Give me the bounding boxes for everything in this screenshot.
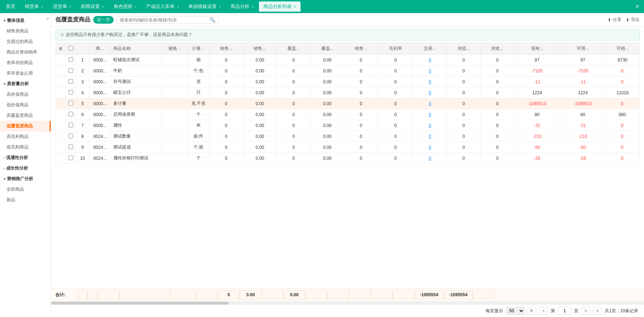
- row-checkbox-cell[interactable]: [66, 142, 76, 153]
- export-button[interactable]: ⬇ 导出: [626, 17, 640, 23]
- next-page-button[interactable]: >: [581, 307, 590, 315]
- th-spec[interactable]: 规格...: [162, 43, 188, 55]
- close-all-tabs[interactable]: ×: [632, 3, 643, 10]
- share-button[interactable]: ⬆ 分享: [608, 17, 621, 23]
- th-sales-amt[interactable]: 销售...: [243, 43, 277, 55]
- close-templates-tab[interactable]: ×: [219, 5, 221, 9]
- tab-roles[interactable]: 角色授权 ×: [109, 1, 141, 12]
- search-input[interactable]: [120, 17, 209, 23]
- row-checkbox[interactable]: [68, 155, 73, 160]
- sidebar-item-sales-goods[interactable]: 销售类商品: [0, 26, 51, 36]
- close-purchase-tab[interactable]: ×: [69, 5, 71, 9]
- sidebar-item-goods-turnover[interactable]: 商品分类动销率: [0, 47, 51, 58]
- row-checkbox[interactable]: [68, 101, 73, 106]
- row-transaction[interactable]: 0: [413, 131, 447, 142]
- close-permissions-tab[interactable]: ×: [102, 5, 104, 9]
- row-transaction[interactable]: 0: [413, 120, 447, 131]
- tab-analysis[interactable]: 商品分析 ×: [226, 1, 258, 12]
- row-checkbox-cell[interactable]: [66, 87, 76, 98]
- page-number-input[interactable]: [558, 307, 571, 315]
- row-transaction[interactable]: 0: [413, 98, 447, 109]
- row-transaction[interactable]: 0: [413, 142, 447, 153]
- row-transaction[interactable]: 0: [413, 87, 447, 98]
- sidebar-section-overall[interactable]: ▾ 整体信息: [0, 15, 51, 26]
- th-available[interactable]: 可用...: [560, 43, 606, 55]
- sidebar-item-traded-goods[interactable]: 交易过的商品: [0, 36, 51, 47]
- row-checkbox[interactable]: [68, 144, 73, 149]
- close-roles-tab[interactable]: ×: [135, 5, 137, 9]
- th-gross-margin[interactable]: 毛利率: [378, 43, 413, 55]
- row-checkbox-cell[interactable]: [66, 98, 76, 109]
- first-page-button[interactable]: K: [527, 307, 536, 315]
- sidebar-item-stock-capital[interactable]: 库存资金占用: [0, 68, 51, 79]
- close-analysis-tab[interactable]: ×: [252, 5, 254, 9]
- tab-templates[interactable]: 单据模板设置 ×: [184, 1, 225, 12]
- row-transaction[interactable]: 0: [413, 66, 447, 76]
- row-transaction[interactable]: 0: [413, 153, 447, 164]
- sidebar-item-goods-stock[interactable]: 有库存的商品: [0, 58, 51, 68]
- tab-analysis-list[interactable]: 商品分析列表 ×: [259, 1, 301, 12]
- sidebar-item-low-value[interactable]: 低价值商品: [0, 100, 51, 110]
- th-browse1[interactable]: 浏览...: [447, 43, 481, 55]
- sidebar-section-marketing[interactable]: ▾ 营销推广分析: [0, 174, 51, 184]
- sidebar-item-new-goods[interactable]: 新品: [0, 195, 51, 205]
- sidebar-item-low-profit[interactable]: 低毛利商品: [0, 142, 51, 152]
- th-current-stock[interactable]: 现有...: [514, 43, 560, 55]
- th-sellable[interactable]: 可销...: [606, 43, 640, 55]
- th-settings[interactable]: ⚙: [56, 43, 66, 55]
- th-unit[interactable]: 计量...: [188, 43, 209, 55]
- close-analysis-list-tab[interactable]: ×: [294, 5, 296, 9]
- row-checkbox-cell[interactable]: [66, 76, 76, 87]
- select-all-checkbox[interactable]: [68, 46, 73, 51]
- sidebar-item-high-profit[interactable]: 高毛利商品: [0, 131, 51, 142]
- row-checkbox-cell[interactable]: [66, 131, 76, 142]
- tab-products[interactable]: 产成品入库单 ×: [142, 1, 183, 12]
- row-transaction[interactable]: 0: [413, 55, 447, 66]
- sidebar-section-flow[interactable]: › 流通性分析: [0, 152, 51, 163]
- th-checkbox[interactable]: [66, 43, 76, 55]
- prev-page-button[interactable]: <: [539, 307, 548, 315]
- row-checkbox-cell[interactable]: [66, 66, 76, 76]
- sidebar-collapse-button[interactable]: «: [46, 15, 49, 21]
- sidebar-item-all-goods[interactable]: 全部商品: [0, 184, 51, 195]
- row-checkbox[interactable]: [68, 79, 73, 84]
- th-coverage2[interactable]: 覆盖...: [310, 43, 344, 55]
- tab-home[interactable]: 首页: [1, 1, 20, 12]
- th-sales-rate[interactable]: 销售...: [344, 43, 378, 55]
- th-coverage1[interactable]: 覆盖...: [277, 43, 311, 55]
- close-sales-tab[interactable]: ×: [41, 5, 43, 9]
- row-checkbox[interactable]: [68, 68, 73, 73]
- time-filter-button[interactable]: 近一月: [93, 16, 114, 24]
- row-browse2: 0: [480, 87, 514, 98]
- row-checkbox[interactable]: [68, 123, 73, 127]
- row-transaction[interactable]: 0: [413, 76, 447, 87]
- tab-sales[interactable]: 销货单 ×: [20, 1, 48, 12]
- th-sales-qty[interactable]: 销售...: [209, 43, 243, 55]
- last-page-button[interactable]: >: [593, 307, 602, 315]
- tab-permissions[interactable]: 权限设置 ×: [76, 1, 109, 12]
- per-page-select[interactable]: 50 20 100: [506, 307, 525, 315]
- row-transaction[interactable]: 0: [413, 109, 447, 120]
- th-name[interactable]: 商品名称: [111, 43, 162, 55]
- sidebar-section-growth[interactable]: › 成长性分析: [0, 163, 51, 174]
- sidebar-section-quality[interactable]: ▾ 质射量分析: [0, 79, 51, 89]
- row-checkbox[interactable]: [68, 57, 73, 62]
- table-container[interactable]: ⚙ 商... 商品名称 规格... 计量... 销售... 销售... 覆盖..…: [51, 43, 644, 288]
- row-checkbox[interactable]: [68, 134, 73, 138]
- close-products-tab[interactable]: ×: [177, 5, 179, 9]
- th-transaction[interactable]: 交易...: [413, 43, 447, 55]
- row-checkbox[interactable]: [68, 90, 73, 95]
- horizontal-scrollbar[interactable]: [51, 301, 644, 304]
- row-checkbox-cell[interactable]: [66, 55, 76, 66]
- row-checkbox-cell[interactable]: [66, 109, 76, 120]
- tab-purchase[interactable]: 进货单 ×: [48, 1, 76, 12]
- sidebar-item-low-coverage[interactable]: 低覆盖度商品: [0, 121, 51, 131]
- sidebar-item-high-coverage[interactable]: 高覆盖度商品: [0, 110, 51, 121]
- row-checkbox[interactable]: [68, 112, 73, 116]
- row-checkbox-cell[interactable]: [66, 120, 76, 131]
- sidebar-item-high-value[interactable]: 高价值商品: [0, 89, 51, 100]
- scrollbar-thumb[interactable]: [51, 302, 229, 305]
- row-checkbox-cell[interactable]: [66, 153, 76, 164]
- th-code[interactable]: 商...: [89, 43, 111, 55]
- th-browse2[interactable]: 浏览...: [480, 43, 514, 55]
